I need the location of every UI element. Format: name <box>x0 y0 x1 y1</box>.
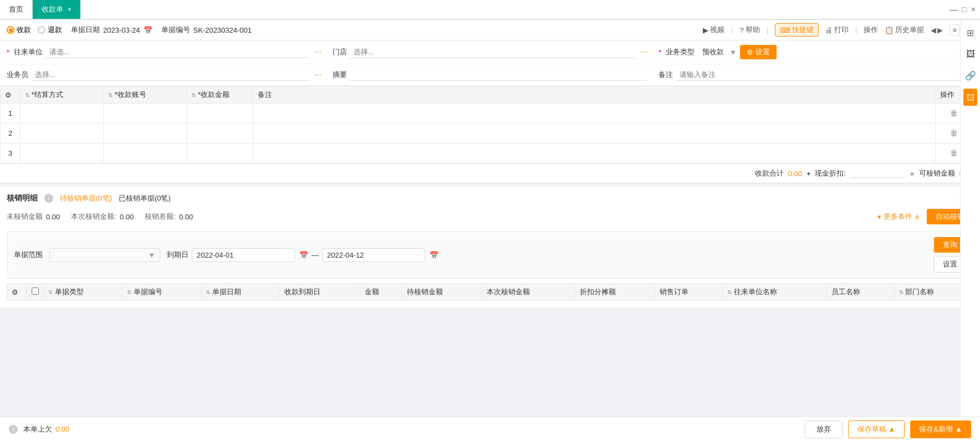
business-dropdown-icon[interactable]: ▼ <box>729 48 737 57</box>
business-type-group: * 业务类型 预收款 ▼ ⚙ 设置 <box>659 45 973 59</box>
receipt-type-group: 收款 退款 <box>7 25 62 35</box>
partner-input[interactable] <box>46 46 309 58</box>
staff-input[interactable] <box>32 69 309 81</box>
discount-input[interactable] <box>850 169 906 178</box>
next-arrow[interactable]: ▶ <box>937 26 943 34</box>
bt-partner-header: ⇅ 往来单位名称 <box>723 284 827 301</box>
note-header: 备注 <box>253 86 936 104</box>
business-required: * <box>659 48 661 57</box>
note-cell-3[interactable] <box>253 143 936 163</box>
writeoff-title: 核销明细 <box>7 193 38 203</box>
store-input[interactable] <box>350 46 635 58</box>
note-label: 备注 <box>659 70 673 80</box>
bt-checkbox-header[interactable] <box>27 284 44 301</box>
account-cell-3[interactable] <box>104 143 187 163</box>
image-sidebar-icon[interactable]: 🖼 <box>963 46 978 63</box>
staff-more-icon[interactable]: ··· <box>314 70 321 80</box>
calendar-to-icon[interactable]: 📅 <box>430 251 438 259</box>
close-button[interactable]: × <box>971 5 976 14</box>
settings-button[interactable]: ⚙ 设置 <box>740 45 777 59</box>
current-stat: 本次核销金额: 0.00 <box>71 209 134 224</box>
note-cell-1[interactable] <box>253 104 936 124</box>
summary-group: 摘要 <box>333 69 647 81</box>
delete-icon-3[interactable]: 🗑 <box>950 148 958 158</box>
save-new-button[interactable]: 保存&新增 ▲ <box>910 421 971 438</box>
info-icon[interactable]: i <box>44 194 53 203</box>
account-cell-2[interactable] <box>104 124 187 143</box>
maximize-button[interactable]: □ <box>962 5 966 14</box>
partner-more-icon[interactable]: ··· <box>314 47 321 57</box>
settle-cell-3[interactable] <box>21 143 104 163</box>
unverified-label: 未核销金额 <box>7 212 43 222</box>
business-label: 业务类型 <box>666 47 695 57</box>
more-conditions-button[interactable]: ▾ 更多条件 ∧ <box>877 212 920 222</box>
toolbar-right: ▶ 视频 | ? 帮助 | ⌨ 快捷键 🖨 打印 | 操作 📋 <box>703 23 973 37</box>
bt-settings-header[interactable]: ⚙ <box>7 284 27 301</box>
row-num-3: 3 <box>1 143 21 163</box>
footer-value: 0.00 <box>55 425 69 433</box>
nav-arrows: ◀ ▶ <box>931 26 943 34</box>
amount-cell-3[interactable] <box>187 143 253 163</box>
calendar-from-icon[interactable]: 📅 <box>299 251 308 259</box>
diff-value: 0.00 <box>179 213 193 221</box>
staff-label: 业务员 <box>7 70 28 80</box>
save-new-chevron-icon: ▲ <box>955 425 962 433</box>
operate-button[interactable]: 操作 <box>864 25 878 35</box>
help-button[interactable]: ? 帮助 <box>739 25 759 35</box>
screenshot-sidebar-icon[interactable]: ⊡ <box>963 89 977 106</box>
settle-sort-icon[interactable]: ⇅ <box>25 92 29 98</box>
num-value: SK-20230324-001 <box>193 26 252 34</box>
footer-label: 本单上欠 <box>23 424 52 434</box>
fields-row-2: 业务员 ··· 摘要 备注 <box>0 64 980 86</box>
delete-icon-2[interactable]: 🗑 <box>950 129 958 138</box>
range-select[interactable]: ▼ <box>49 248 160 262</box>
table-sidebar-icon[interactable]: ⊞ <box>963 24 977 42</box>
minimize-button[interactable]: — <box>950 5 957 14</box>
link-sidebar-icon[interactable]: 🔗 <box>962 67 979 84</box>
account-sort-icon[interactable]: ⇅ <box>108 92 113 98</box>
eq-sign: = <box>910 170 915 178</box>
table-settings-header[interactable]: ⚙ <box>1 86 21 104</box>
footer-info-icon[interactable]: i <box>9 425 18 434</box>
receipt-radio[interactable]: 收款 <box>7 25 31 35</box>
delete-icon-1[interactable]: 🗑 <box>950 109 958 118</box>
prev-arrow[interactable]: ◀ <box>931 26 936 34</box>
receipt-table: ⚙ ⇅ *结算方式 ⇅ *收款账号 ⇅ *收款金额 备注 <box>0 86 980 163</box>
tab-receipt[interactable]: 收款单 × <box>33 0 80 19</box>
date-from-input[interactable] <box>192 248 295 262</box>
save-draft-button[interactable]: 保存草稿 ▲ <box>848 421 905 438</box>
footer-bar: i 本单上欠 0.00 放弃 保存草稿 ▲ 保存&新增 ▲ <box>0 417 980 441</box>
refund-radio[interactable]: 退款 <box>38 25 62 35</box>
note-input[interactable] <box>676 69 973 81</box>
amount-cell-2[interactable] <box>187 124 253 143</box>
pending-tab[interactable]: 待核销单据(0笔) <box>60 193 112 203</box>
fields-row-1: * 往来单位 ··· 门店 ··· * 业务类型 预收款 ▼ ⚙ 设置 <box>0 40 980 64</box>
abandon-button[interactable]: 放弃 <box>805 421 843 438</box>
tab-close-icon[interactable]: × <box>68 6 72 13</box>
summary-input[interactable] <box>350 69 647 81</box>
settle-cell-1[interactable] <box>21 104 104 124</box>
print-button[interactable]: 🖨 打印 <box>825 25 849 35</box>
amount-sort-icon[interactable]: ⇅ <box>191 92 196 98</box>
done-tab[interactable]: 已核销单据(0笔) <box>119 193 171 203</box>
settle-cell-2[interactable] <box>21 124 104 143</box>
date-separator: — <box>312 251 319 259</box>
shortcut-button[interactable]: ⌨ 快捷键 <box>775 23 819 37</box>
note-cell-2[interactable] <box>253 124 936 143</box>
summary-label: 摘要 <box>333 70 347 80</box>
select-all-checkbox[interactable] <box>32 288 39 295</box>
date-to-input[interactable] <box>322 248 425 262</box>
store-more-icon[interactable]: ··· <box>640 47 647 57</box>
amount-cell-1[interactable] <box>187 104 253 124</box>
tab-home[interactable]: 首页 <box>0 0 33 19</box>
tab-receipt-label: 收款单 <box>42 4 63 14</box>
footer-left: i 本单上欠 0.00 <box>9 424 69 434</box>
list-view-button[interactable]: ≡ <box>950 24 959 36</box>
video-button[interactable]: ▶ 视频 <box>703 25 724 35</box>
calendar-icon[interactable]: 📅 <box>144 26 152 34</box>
refund-radio-dot <box>38 26 45 34</box>
history-button[interactable]: 📋 历史单据 <box>885 25 924 35</box>
play-icon: ▶ <box>703 26 708 34</box>
bottom-table: ⚙ ⇅ 单据类型 ⇅ 单据编号 ⇅ 单据日期 收款到期日 <box>7 283 973 301</box>
account-cell-1[interactable] <box>104 104 187 124</box>
